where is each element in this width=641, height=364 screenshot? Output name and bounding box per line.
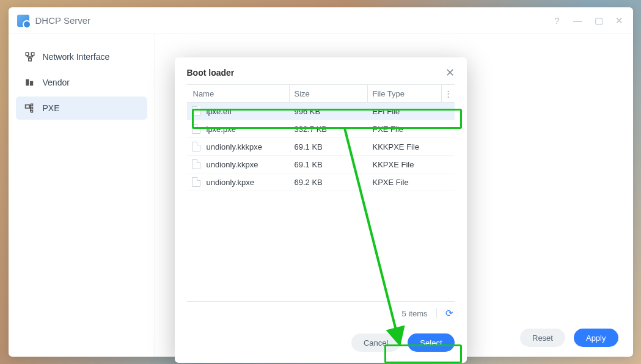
table-header: Name Size File Type ⋮	[187, 84, 455, 103]
file-name: ipxe.pxe	[207, 125, 236, 134]
file-size: 69.1 KB	[290, 142, 368, 151]
file-name: ipxe.efi	[207, 107, 232, 116]
modal-backdrop: Boot loader ✕ Name Size File Type ⋮ ipxe…	[9, 34, 633, 357]
close-window-icon[interactable]: ✕	[615, 16, 625, 26]
column-header-name[interactable]: Name	[187, 85, 290, 102]
close-icon[interactable]: ✕	[445, 67, 455, 78]
file-icon	[192, 106, 200, 116]
column-menu-icon[interactable]: ⋮	[441, 85, 455, 102]
file-size: 332.7 KB	[290, 125, 368, 134]
table-row[interactable]: undionly.kkkpxe69.1 KBKKKPXE File	[187, 138, 455, 156]
file-icon	[192, 142, 200, 151]
modal-header: Boot loader ✕	[175, 57, 467, 84]
file-icon	[192, 177, 200, 187]
app-icon	[17, 15, 29, 27]
divider	[436, 308, 437, 318]
file-type: EFI File	[368, 107, 455, 116]
refresh-icon[interactable]: ⟳	[445, 308, 453, 319]
file-type: KKPXE File	[368, 160, 455, 169]
column-header-size[interactable]: Size	[290, 85, 368, 102]
file-type: KPXE File	[368, 178, 455, 187]
table-row[interactable]: ipxe.efi996 KBEFI File	[187, 103, 455, 120]
file-size: 69.2 KB	[290, 178, 368, 187]
maximize-icon[interactable]: ▢	[594, 16, 604, 26]
table-row[interactable]: undionly.kpxe69.2 KBKPXE File	[187, 173, 455, 191]
file-name: undionly.kkpxe	[207, 160, 258, 169]
file-list: ipxe.efi996 KBEFI Fileipxe.pxe332.7 KBPX…	[187, 103, 455, 301]
column-header-type[interactable]: File Type	[368, 85, 441, 102]
window-body: Network Interface Vendor PXE Reset Apply	[9, 34, 633, 357]
file-name: undionly.kpxe	[207, 178, 255, 187]
table-row[interactable]: ipxe.pxe332.7 KBPXE File	[187, 120, 455, 138]
file-type: PXE File	[368, 125, 455, 134]
file-size: 69.1 KB	[290, 160, 368, 169]
modal-title: Boot loader	[187, 68, 235, 78]
file-size: 996 KB	[290, 107, 368, 116]
file-icon	[192, 124, 200, 134]
boot-loader-modal: Boot loader ✕ Name Size File Type ⋮ ipxe…	[175, 57, 467, 363]
minimize-icon[interactable]: —	[573, 16, 583, 26]
window-controls: ? — ▢ ✕	[552, 16, 625, 26]
app-window: DHCP Server ? — ▢ ✕ Network Interface Ve…	[9, 7, 633, 357]
file-name: undionly.kkkpxe	[207, 142, 263, 151]
table-footer: 5 items ⟳	[187, 301, 455, 327]
select-button[interactable]: Select	[408, 333, 454, 352]
modal-body: Name Size File Type ⋮ ipxe.efi996 KBEFI …	[175, 84, 467, 333]
titlebar: DHCP Server ? — ▢ ✕	[9, 7, 633, 34]
item-count: 5 items	[402, 309, 428, 318]
file-icon	[192, 159, 200, 169]
help-icon[interactable]: ?	[552, 16, 562, 26]
file-type: KKKPXE File	[368, 142, 455, 151]
cancel-button[interactable]: Cancel	[351, 333, 400, 352]
modal-footer: Cancel Select	[175, 333, 467, 363]
app-title: DHCP Server	[35, 15, 91, 26]
table-row[interactable]: undionly.kkpxe69.1 KBKKPXE File	[187, 156, 455, 173]
